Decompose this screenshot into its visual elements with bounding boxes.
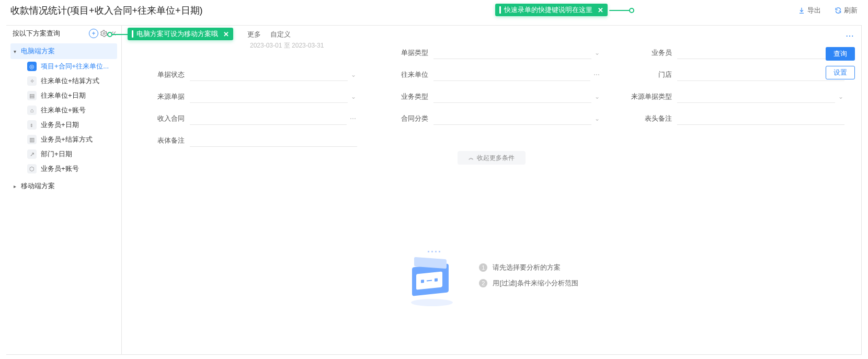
hint-scheme-text: 电脑方案可设为移动方案哦 (136, 29, 218, 39)
chevron-down-icon[interactable]: ⌄ (350, 71, 357, 78)
store-input[interactable] (677, 68, 844, 81)
sparkle-icon: ✧ (27, 76, 37, 86)
biz-type-input[interactable] (433, 90, 591, 103)
tab-more[interactable]: 更多 (247, 30, 261, 39)
tree-item-4[interactable]: ⫾ 业务员+日期 (10, 118, 117, 132)
double-chevron-up-icon: ︽ (469, 154, 474, 161)
gear-icon[interactable] (100, 30, 108, 37)
settings-button[interactable]: 设置 (826, 66, 855, 79)
more-icon[interactable]: ⋯ (846, 31, 855, 41)
step-text: 请先选择要分析的方案 (493, 263, 561, 272)
contract-class-input[interactable] (433, 112, 591, 125)
results: 1 请先选择要分析的方案 2 用[过滤]条件来缩小分析范围 (122, 165, 861, 354)
page-header: 收款情况统计(项目+收入合同+往来单位+日期) 导出 刷新 快速录单的快捷键说明… (0, 0, 868, 21)
chevron-down-icon: ▾ (14, 49, 19, 54)
step-number-badge: 1 (479, 263, 487, 272)
tree-group-desktop[interactable]: ▾ 电脑端方案 (10, 43, 117, 59)
hint-shortcuts-text: 快速录单的快捷键说明在这里 (504, 5, 592, 15)
filters-region: 更多 自定义 2023-03-01 至 2023-03-31 ⋯ 查询 设置 单… (122, 26, 861, 165)
tree-item-label: 业务员+账号 (41, 164, 79, 173)
empty-step-2: 2 用[过滤]条件来缩小分析范围 (479, 279, 578, 288)
hint-shortcuts-close-icon[interactable]: ✕ (598, 6, 603, 14)
field-label: 往来单位 (382, 70, 431, 79)
tree-group-label: 电脑端方案 (21, 47, 55, 56)
field-label: 单据状态 (139, 70, 188, 79)
refresh-icon (835, 7, 842, 14)
income-contract-input[interactable] (190, 112, 347, 125)
card-icon: ▤ (27, 91, 37, 100)
filter-doc-type: 单据类型 ⌄ (382, 47, 601, 59)
field-label: 门店 (626, 70, 675, 79)
filter-store: 门店 (626, 68, 844, 81)
empty-state: 1 请先选择要分析的方案 2 用[过滤]条件来缩小分析范围 (405, 247, 578, 304)
hint-accent-bar (132, 30, 133, 38)
hint-connector (111, 34, 128, 35)
tree-item-label: 部门+日期 (41, 149, 72, 159)
sidebar-title: 按以下方案查询 (13, 29, 60, 38)
collapse-filters-button[interactable]: ︽ 收起更多条件 (458, 151, 526, 165)
step-text: 用[过滤]条件来缩小分析范围 (493, 279, 578, 288)
trend-icon: ↗ (27, 149, 37, 159)
tree-item-label: 业务员+结算方式 (41, 135, 93, 144)
collapse-filters-label: 收起更多条件 (477, 154, 515, 163)
query-button[interactable]: 查询 (826, 47, 855, 61)
header-remark-input[interactable] (677, 112, 844, 125)
tree-group-mobile[interactable]: ▸ 移动端方案 (10, 178, 117, 194)
filter-header-remark: 表头备注 (626, 112, 844, 125)
hint-scheme-close-icon[interactable]: ✕ (223, 30, 229, 38)
chevron-down-icon[interactable]: ⌄ (593, 49, 601, 56)
main: 更多 自定义 2023-03-01 至 2023-03-31 ⋯ 查询 设置 单… (122, 25, 862, 355)
tree-item-2[interactable]: ▤ 往来单位+日期 (10, 88, 117, 103)
tree-item-label: 往来单位+日期 (41, 91, 86, 100)
chevron-down-icon[interactable]: ⌄ (593, 115, 601, 122)
chevron-down-icon[interactable]: ⌄ (837, 93, 844, 100)
body-remark-input[interactable] (190, 134, 357, 147)
salesperson-input[interactable] (677, 47, 834, 59)
sparkle-icon (428, 251, 440, 252)
refresh-button[interactable]: 刷新 (835, 6, 858, 15)
sidebar-header-icons: + (89, 29, 117, 38)
tree-item-5[interactable]: ▥ 业务员+结算方式 (10, 132, 117, 147)
tree-item-label: 业务员+日期 (41, 120, 79, 130)
filters: 单据类型 ⌄ 业务员 ⋯ 单据状态 ⌄ 往来单位 (122, 39, 861, 151)
filter-source-doc: 来源单据 ⌄ (139, 90, 357, 103)
refresh-label: 刷新 (844, 6, 858, 15)
empty-step-1: 1 请先选择要分析的方案 (479, 263, 578, 272)
hint-scheme: 电脑方案可设为移动方案哦 ✕ (128, 28, 233, 40)
filter-biz-type: 业务类型 ⌄ (382, 90, 601, 103)
hint-dot (629, 8, 634, 13)
field-label: 表头备注 (626, 114, 675, 123)
tree-item-label: 项目+合同+往来单位... (41, 62, 109, 71)
field-label: 收入合同 (139, 114, 188, 123)
filter-doc-status: 单据状态 ⌄ (139, 68, 357, 81)
chevron-right-icon: ▸ (14, 183, 19, 189)
add-scheme-button[interactable]: + (89, 29, 98, 38)
tree-item-label: 往来单位+账号 (41, 106, 86, 115)
field-label: 合同分类 (382, 114, 431, 123)
more-dots-icon[interactable]: ⋯ (349, 115, 357, 122)
empty-steps: 1 请先选择要分析的方案 2 用[过滤]条件来缩小分析范围 (479, 263, 578, 288)
doc-status-input[interactable] (190, 68, 348, 81)
tab-custom[interactable]: 自定义 (270, 30, 291, 39)
chevron-down-icon[interactable]: ⌄ (350, 93, 357, 100)
hint-connector (609, 10, 630, 11)
chevron-down-icon[interactable]: ⌄ (593, 93, 601, 100)
export-icon (798, 7, 805, 14)
doc-type-input[interactable] (433, 47, 591, 59)
tree-item-7[interactable]: ⬡ 业务员+账号 (10, 161, 117, 176)
partner-input[interactable] (433, 68, 590, 81)
more-dots-icon[interactable]: ⋯ (592, 71, 601, 78)
filter-body-remark: 表体备注 (139, 134, 357, 147)
export-button[interactable]: 导出 (798, 6, 821, 15)
tree-item-1[interactable]: ✧ 往来单位+结算方式 (10, 74, 117, 88)
tree-item-0[interactable]: ◎ 项目+合同+往来单位... (10, 59, 117, 74)
field-label: 来源单据类型 (626, 92, 675, 101)
tree-item-6[interactable]: ↗ 部门+日期 (10, 147, 117, 161)
tree-item-3[interactable]: ⌂ 往来单位+账号 (10, 103, 117, 118)
step-number-badge: 2 (479, 279, 487, 287)
filter-contract-class: 合同分类 ⌄ (382, 112, 601, 125)
field-label: 业务员 (626, 48, 675, 57)
source-doc-input[interactable] (190, 90, 348, 103)
source-doc-type-input[interactable] (677, 90, 835, 103)
tree-item-label: 往来单位+结算方式 (41, 76, 99, 86)
